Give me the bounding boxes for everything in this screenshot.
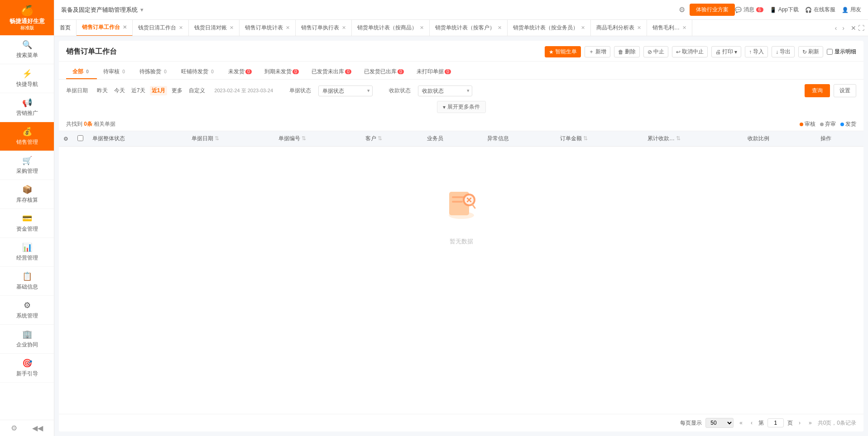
trial-button[interactable]: 体验行业方案: [690, 4, 735, 16]
import-button[interactable]: ↑ 导入: [745, 46, 768, 57]
sort-date-icon[interactable]: ⇅: [215, 135, 219, 142]
page-input[interactable]: [767, 418, 784, 427]
first-page-btn[interactable]: «: [737, 419, 745, 427]
tab-close-2[interactable]: ✕: [179, 25, 183, 31]
tabs-maximize-icon[interactable]: ⛶: [858, 24, 864, 32]
refresh-button[interactable]: ↻ 刷新: [798, 46, 823, 57]
tab-10[interactable]: 销售毛利…✕: [647, 20, 692, 36]
sub-tab-4[interactable]: 未发货0: [222, 65, 258, 79]
sidebar-item-enterprise[interactable]: 🏢企业协同: [0, 325, 54, 354]
th-check[interactable]: [73, 131, 88, 147]
sort-amount-icon[interactable]: ⇅: [583, 135, 588, 142]
app-download-item[interactable]: 📱 App下载: [770, 6, 799, 14]
sidebar-item-quick-nav[interactable]: ⚡快捷导航: [0, 64, 54, 93]
audit-action[interactable]: 审核: [800, 120, 815, 128]
horizontal-scroll[interactable]: [66, 409, 856, 414]
date-option-4[interactable]: 更多: [170, 86, 184, 95]
tabs-scroll-left[interactable]: ‹: [832, 24, 840, 32]
query-button[interactable]: 查询: [805, 84, 830, 97]
tab-close-5[interactable]: ✕: [342, 25, 346, 31]
sub-tab-count-1: 0: [120, 69, 127, 74]
tab-close-4[interactable]: ✕: [286, 25, 290, 31]
sub-tab-2[interactable]: 待拣验货0: [133, 65, 175, 79]
sub-tab-0[interactable]: 全部0: [66, 65, 97, 79]
tab-5[interactable]: 销售订单执行表✕: [296, 20, 352, 36]
next-page-btn[interactable]: ›: [796, 419, 803, 427]
payment-select[interactable]: 收款状态: [418, 85, 472, 96]
tab-2[interactable]: 钱货日清工作台✕: [133, 20, 189, 36]
th-gear[interactable]: ⚙: [59, 131, 73, 147]
sub-tab-1[interactable]: 待审核0: [97, 65, 133, 79]
sidebar-item-marketing[interactable]: 📢营销推广: [0, 93, 54, 122]
sort-number-icon[interactable]: ⇅: [302, 135, 306, 142]
tab-close-9[interactable]: ✕: [637, 25, 641, 31]
stop-button[interactable]: ⊘ 中止: [643, 46, 668, 57]
sidebar-item-inventory[interactable]: 📦库存核算: [0, 180, 54, 209]
show-detail-checkbox[interactable]: [827, 49, 833, 55]
sort-customer-icon[interactable]: ⇅: [378, 135, 382, 142]
sidebar-item-operations[interactable]: 📊经营管理: [0, 238, 54, 267]
date-option-2[interactable]: 近7天: [129, 86, 147, 95]
date-option-1[interactable]: 今天: [112, 86, 127, 95]
date-option-5[interactable]: 自定义: [187, 86, 207, 95]
cancel-stop-button[interactable]: ↩ 取消中止: [672, 46, 708, 57]
sub-tab-7[interactable]: 已发货已出库0: [358, 65, 410, 79]
sub-tab-8[interactable]: 未打印单据0: [410, 65, 457, 79]
expand-conditions-button[interactable]: ▾ 展开更多条件: [437, 101, 486, 113]
prev-page-btn[interactable]: ‹: [748, 419, 755, 427]
sidebar-item-guide[interactable]: 🎯新手引导: [0, 354, 54, 383]
sidebar-item-label-sales: 销售管理: [16, 138, 38, 146]
online-service-item[interactable]: 🎧 在线客服: [805, 6, 835, 14]
sidebar-collapse-icon[interactable]: ◀◀: [32, 424, 43, 432]
sidebar-settings-icon[interactable]: ⚙: [11, 424, 17, 432]
sidebar-logo[interactable]: 🍊 畅捷通好生意 标准版: [0, 0, 54, 35]
sidebar-item-label-finance: 资金管理: [16, 225, 38, 233]
sidebar-item-system[interactable]: ⚙系统管理: [0, 296, 54, 325]
tab-close-7[interactable]: ✕: [498, 25, 502, 31]
last-page-btn[interactable]: »: [806, 419, 814, 427]
sidebar-item-purchase[interactable]: 🛒采购管理: [0, 151, 54, 180]
sidebar-item-sales[interactable]: 💰销售管理: [0, 122, 54, 151]
sidebar-item-basic-info[interactable]: 📋基础信息: [0, 267, 54, 296]
tab-close-3[interactable]: ✕: [230, 25, 234, 31]
deliver-action[interactable]: 发货: [840, 120, 856, 128]
cancel-audit-action[interactable]: 弃审: [820, 120, 836, 128]
sidebar-item-finance[interactable]: 💳资金管理: [0, 209, 54, 238]
tabs-scroll-right[interactable]: ›: [839, 24, 847, 32]
print-button[interactable]: 🖨 打印 ▾: [711, 46, 741, 57]
sub-tab-5[interactable]: 到期未发货0: [258, 65, 305, 79]
topbar-settings-icon[interactable]: ⚙: [679, 5, 685, 14]
tab-close-1[interactable]: ✕: [123, 24, 127, 30]
tab-7[interactable]: 销货单统计表（按客户）✕: [430, 20, 508, 36]
sort-collected-icon[interactable]: ⇅: [676, 135, 681, 142]
phone-icon: 📱: [770, 7, 777, 13]
delete-button[interactable]: 🗑 删除: [614, 46, 640, 57]
tab-8[interactable]: 销货单统计表（按业务员）✕: [508, 20, 591, 36]
date-option-0[interactable]: 昨天: [95, 86, 110, 95]
tab-6[interactable]: 销货单统计表（按商品）✕: [352, 20, 430, 36]
sub-tab-3[interactable]: 旺铺待发货0: [175, 65, 222, 79]
status-select[interactable]: 单据状态: [318, 85, 373, 96]
user-item[interactable]: 👤 用友: [842, 6, 861, 14]
tab-close-6[interactable]: ✕: [420, 25, 424, 31]
tab-3[interactable]: 钱货日清对账✕: [189, 20, 240, 36]
tab-close-8[interactable]: ✕: [581, 25, 585, 31]
tab-4[interactable]: 销售订单统计表✕: [240, 20, 296, 36]
date-option-3[interactable]: 近1月: [150, 86, 168, 95]
page-size-select[interactable]: 50: [705, 418, 734, 428]
tabs-close-all-icon[interactable]: ✕: [851, 24, 856, 32]
add-button[interactable]: ＋ 新增: [585, 46, 610, 57]
tab-close-10[interactable]: ✕: [682, 25, 686, 31]
show-detail-checkbox-wrap[interactable]: 显示明细: [827, 48, 856, 56]
smart-create-button[interactable]: ★ 智能生单: [545, 46, 581, 57]
export-button[interactable]: ↓ 导出: [772, 46, 795, 57]
set-button[interactable]: 设置: [834, 84, 856, 97]
system-title-arrow[interactable]: ▾: [140, 6, 144, 13]
messages-item[interactable]: 💬 消息 6: [735, 6, 763, 14]
tab-0[interactable]: 首页: [54, 20, 77, 36]
sub-tab-6[interactable]: 已发货未出库0: [305, 65, 358, 79]
select-all-checkbox[interactable]: [77, 135, 83, 141]
tab-9[interactable]: 商品毛利分析表✕: [591, 20, 647, 36]
tab-1[interactable]: 销售订单工作台✕: [77, 20, 133, 36]
sidebar-item-search[interactable]: 🔍搜索菜单: [0, 35, 54, 64]
